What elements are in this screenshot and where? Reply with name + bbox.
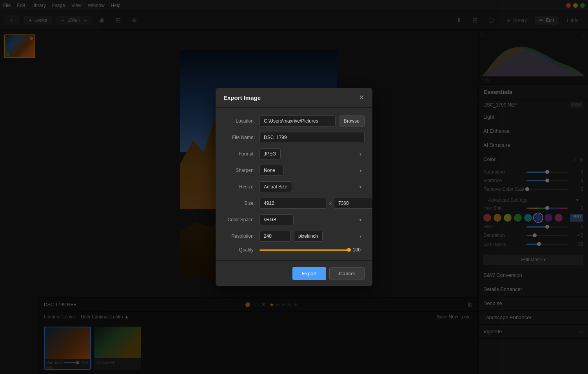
quality-slider[interactable] — [260, 249, 349, 251]
resize-select-wrapper: Actual Size Custom ▾ — [260, 181, 365, 192]
color-space-select-wrapper: sRGB Adobe RGB ▾ — [260, 214, 365, 225]
color-space-select[interactable]: sRGB Adobe RGB — [260, 214, 294, 225]
resize-select[interactable]: Actual Size Custom — [260, 181, 292, 192]
sharpen-dropdown-icon: ▾ — [359, 168, 361, 173]
location-label: Location: — [223, 118, 255, 124]
color-space-label: Color Space: — [223, 217, 255, 222]
height-input[interactable] — [334, 198, 372, 209]
size-inputs: x — [260, 198, 372, 209]
format-select[interactable]: JPEG PNG TIFF — [260, 148, 281, 159]
location-row: Location: Browse — [223, 116, 365, 126]
size-label: Size: — [223, 201, 255, 206]
color-space-row: Color Space: sRGB Adobe RGB ▾ — [223, 214, 365, 225]
format-row: Format: JPEG PNG TIFF ▾ — [223, 148, 365, 159]
export-button[interactable]: Export — [292, 267, 326, 280]
quality-thumb — [347, 248, 351, 252]
cancel-button[interactable]: Cancel — [329, 267, 365, 280]
format-select-wrapper: JPEG PNG TIFF ▾ — [260, 148, 365, 159]
dialog-body: Location: Browse File Name: Format: JPEG… — [216, 108, 372, 260]
export-dialog: Export Image ✕ Location: Browse File Nam… — [216, 88, 372, 286]
resolution-label: Resolution: — [223, 233, 255, 239]
filename-label: File Name: — [223, 135, 255, 140]
resize-label: Resize: — [223, 184, 255, 190]
sharpen-select[interactable]: None Screen Print — [260, 165, 283, 176]
dialog-title: Export Image — [223, 94, 261, 101]
resize-row: Resize: Actual Size Custom ▾ — [223, 181, 365, 192]
quality-label: Quality: — [223, 247, 255, 253]
resolution-row: Resolution: pixel/inch pixel/cm ▾ — [223, 231, 365, 242]
location-input[interactable] — [260, 116, 336, 126]
resolution-unit-dropdown-icon: ▾ — [359, 234, 361, 238]
resolution-input[interactable] — [260, 231, 291, 242]
sharpen-select-wrapper: None Screen Print ▾ — [260, 165, 365, 176]
width-input[interactable] — [260, 198, 327, 209]
dialog-header: Export Image ✕ — [216, 88, 372, 108]
browse-button[interactable]: Browse — [339, 116, 365, 126]
dialog-close-button[interactable]: ✕ — [359, 94, 365, 101]
dialog-overlay[interactable]: Export Image ✕ Location: Browse File Nam… — [0, 0, 588, 374]
filename-input[interactable] — [260, 132, 365, 143]
color-space-dropdown-icon: ▾ — [359, 218, 361, 222]
format-dropdown-icon: ▾ — [359, 152, 361, 156]
quality-value: 100 — [353, 247, 365, 253]
resolution-unit-select[interactable]: pixel/inch pixel/cm — [294, 231, 323, 242]
format-label: Format: — [223, 151, 255, 157]
dialog-footer: Export Cancel — [216, 260, 372, 286]
resize-dropdown-icon: ▾ — [359, 185, 361, 189]
sharpen-row: Sharpen: None Screen Print ▾ — [223, 165, 365, 176]
filename-row: File Name: — [223, 132, 365, 143]
size-x-separator: x — [329, 201, 332, 206]
resolution-unit-wrapper: pixel/inch pixel/cm ▾ — [294, 231, 365, 242]
quality-row: Quality: 100 — [223, 247, 365, 253]
size-row: Size: x — [223, 198, 365, 209]
sharpen-label: Sharpen: — [223, 168, 255, 173]
